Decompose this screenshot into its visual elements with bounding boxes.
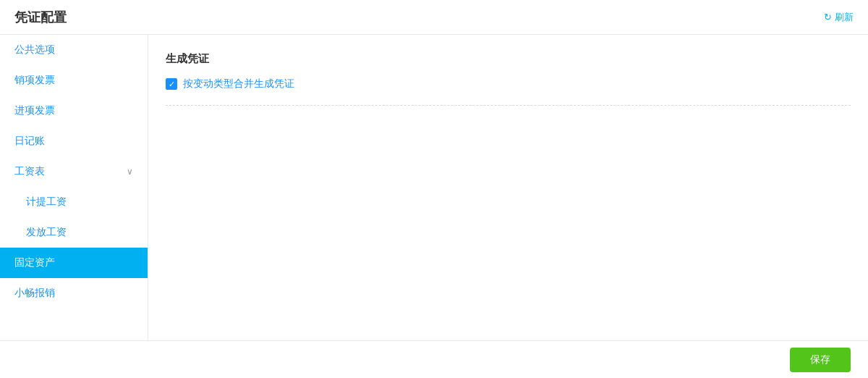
page-wrapper: 凭证配置 ↻ 刷新 公共选项销项发票进项发票日记账工资表∨计提工资发放工资固定资… — [0, 0, 868, 378]
save-button[interactable]: 保存 — [790, 348, 851, 372]
sidebar-item-label: 计提工资 — [26, 196, 67, 207]
sidebar-item-label: 发放工资 — [26, 226, 67, 238]
sidebar-item-label: 公共选项 — [14, 43, 55, 55]
sidebar: 公共选项销项发票进项发票日记账工资表∨计提工资发放工资固定资产小畅报销 — [0, 35, 148, 340]
refresh-icon: ↻ — [824, 12, 832, 22]
sidebar-item-purchase-invoice[interactable]: 进项发票 — [0, 96, 148, 126]
content-area: 公共选项销项发票进项发票日记账工资表∨计提工资发放工资固定资产小畅报销 生成凭证… — [0, 35, 868, 340]
main-content: 生成凭证 ✓ 按变动类型合并生成凭证 — [148, 35, 868, 340]
sidebar-item-public-options[interactable]: 公共选项 — [0, 35, 148, 65]
section-divider — [166, 105, 851, 106]
sidebar-item-sales-invoice[interactable]: 销项发票 — [0, 65, 148, 96]
chevron-down-icon: ∨ — [127, 167, 133, 177]
sidebar-item-fixed-assets[interactable]: 固定资产 — [0, 248, 148, 278]
sidebar-item-label: 固定资产 — [14, 256, 55, 268]
sidebar-item-label: 小畅报销 — [14, 287, 55, 298]
sidebar-item-pay-salary[interactable]: 发放工资 — [0, 217, 148, 248]
check-mark-icon: ✓ — [169, 80, 175, 88]
refresh-label: 刷新 — [835, 11, 854, 24]
footer-bar: 保存 — [0, 340, 868, 378]
sidebar-item-expense-report[interactable]: 小畅报销 — [0, 278, 148, 308]
header: 凭证配置 ↻ 刷新 — [0, 0, 868, 35]
sidebar-item-label: 进项发票 — [14, 104, 55, 116]
sidebar-item-payroll[interactable]: 工资表∨ — [0, 156, 148, 187]
section-title: 生成凭证 — [166, 52, 851, 66]
merge-checkbox[interactable]: ✓ — [166, 78, 177, 90]
refresh-button[interactable]: ↻ 刷新 — [824, 11, 854, 24]
sidebar-item-calc-salary[interactable]: 计提工资 — [0, 187, 148, 217]
sidebar-item-journal[interactable]: 日记账 — [0, 126, 148, 156]
sidebar-item-label: 日记账 — [14, 135, 45, 146]
sidebar-item-label: 销项发票 — [14, 74, 55, 85]
page-title: 凭证配置 — [14, 9, 67, 26]
merge-checkbox-label: 按变动类型合并生成凭证 — [183, 77, 294, 91]
merge-checkbox-row[interactable]: ✓ 按变动类型合并生成凭证 — [166, 77, 851, 91]
sidebar-item-label: 工资表 — [14, 165, 45, 178]
